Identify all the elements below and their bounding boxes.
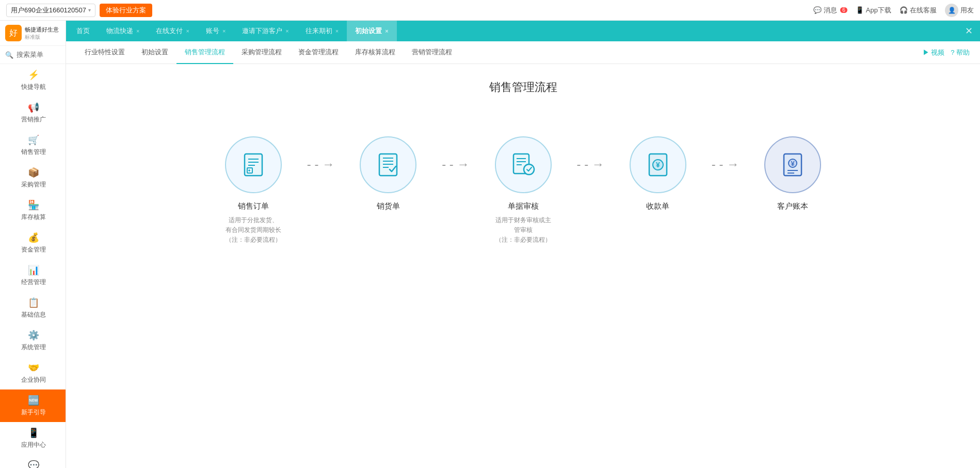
play-icon: ▶ <box>923 49 929 56</box>
sub-tab-init[interactable]: 初始设置 <box>133 41 176 64</box>
search-label: 搜索菜单 <box>17 50 43 59</box>
sidebar-item-basic-info[interactable]: 📋 基础信息 <box>0 292 66 324</box>
main-layout: 好 畅捷通好生意 标准版 🔍 搜索菜单 ⚡ 快捷导航 📢 营销推广 🛒 销售管理… <box>0 21 980 468</box>
nav-tab-invite[interactable]: 邀请下游客户 × <box>234 21 297 41</box>
operation-icon: 📊 <box>28 264 39 276</box>
step-name-receipt: 收款单 <box>646 201 669 211</box>
page-title: 销售管理流程 <box>87 80 959 95</box>
sidebar-item-quick-nav[interactable]: ⚡ 快捷导航 <box>0 64 66 97</box>
search-icon: 🔍 <box>5 51 13 59</box>
sidebar-item-label: 新手引导 <box>21 408 46 417</box>
init-setup-tab-close[interactable]: × <box>385 28 388 34</box>
sidebar: 好 畅捷通好生意 标准版 🔍 搜索菜单 ⚡ 快捷导航 📢 营销推广 🛒 销售管理… <box>0 21 66 468</box>
service-item[interactable]: 🎧 在线客服 <box>899 6 937 15</box>
message-badge: 6 <box>840 7 847 13</box>
sidebar-item-app-center[interactable]: 📱 应用中心 <box>0 422 66 455</box>
finance-icon: 💰 <box>28 232 39 243</box>
finance-flow-tab-label: 资金管理流程 <box>298 48 339 57</box>
sidebar-item-operation[interactable]: 📊 经营管理 <box>0 259 66 292</box>
flow-step-audit: 单据审核 适用于财务审核或主管审核（注：非必要流程） <box>472 136 575 245</box>
step-name-sales-order: 销售订单 <box>238 201 269 211</box>
payment-tab-label: 在线支付 <box>156 26 183 36</box>
ledger-icon: ¥ <box>779 151 807 179</box>
period-tab-label: 往来期初 <box>306 26 332 36</box>
sub-tab-finance-flow[interactable]: 资金管理流程 <box>290 41 347 64</box>
sidebar-item-guide[interactable]: 🆕 新手引导 <box>0 389 66 422</box>
arrow-1: - - → <box>305 157 336 171</box>
sidebar-item-marketing[interactable]: 📢 营销推广 <box>0 97 66 129</box>
sidebar-item-sales[interactable]: 🛒 销售管理 <box>0 129 66 162</box>
app-download-item[interactable]: 📱 App下载 <box>856 6 891 15</box>
arrow-2: - - → <box>440 157 471 171</box>
user-avatar-item[interactable]: 👤 用友 <box>945 4 974 17</box>
nav-tab-home[interactable]: 首页 <box>68 21 98 41</box>
guide-icon: 🆕 <box>28 395 39 406</box>
sidebar-item-inventory[interactable]: 🏪 库存核算 <box>0 194 66 227</box>
sidebar-item-collab[interactable]: 🤝 企业协同 <box>0 357 66 389</box>
arrow-3: - - → <box>575 157 606 171</box>
top-bar-right: 💬 消息 6 📱 App下载 🎧 在线客服 👤 用友 <box>813 4 974 17</box>
sidebar-item-label: 营销推广 <box>21 115 46 124</box>
flow-circle-audit <box>495 136 552 193</box>
logistics-tab-label: 物流快递 <box>106 26 133 36</box>
message-icon: 💬 <box>813 6 822 14</box>
marketing-flow-tab-label: 营销管理流程 <box>412 48 452 57</box>
nav-tabs-bar: 首页 物流快递 × 在线支付 × 账号 × 邀请下游客户 × 往来期初 × <box>66 21 980 41</box>
user-selector[interactable]: 用户690企业1660120507 ▾ <box>6 4 95 17</box>
message-label: 消息 <box>824 6 837 15</box>
sidebar-item-purchase[interactable]: 📦 采购管理 <box>0 162 66 194</box>
avatar: 👤 <box>945 4 958 17</box>
sidebar-item-label: 企业协同 <box>21 376 46 384</box>
purchase-flow-tab-label: 采购管理流程 <box>242 48 282 57</box>
video-link[interactable]: ▶ 视频 <box>923 48 945 57</box>
basic-info-icon: 📋 <box>28 297 39 308</box>
logo-subtitle: 标准版 <box>25 34 59 40</box>
sidebar-item-label: 销售管理 <box>21 148 46 157</box>
step-name-ledger: 客户账本 <box>777 201 808 211</box>
sub-tab-marketing-flow[interactable]: 营销管理流程 <box>404 41 460 64</box>
sub-tab-industry[interactable]: 行业特性设置 <box>76 41 133 64</box>
download-icon: 📱 <box>856 6 864 14</box>
sidebar-item-label: 库存核算 <box>21 213 46 222</box>
sub-tabs-left: 行业特性设置 初始设置 销售管理流程 采购管理流程 资金管理流程 库存核算流程 <box>76 41 460 64</box>
svg-text:¥: ¥ <box>791 160 795 167</box>
nav-tab-logistics[interactable]: 物流快递 × <box>98 21 148 41</box>
wechat-icon: 💬 <box>28 460 39 468</box>
content-area: 首页 物流快递 × 在线支付 × 账号 × 邀请下游客户 × 往来期初 × <box>66 21 980 468</box>
step-desc-audit: 适用于财务审核或主管审核（注：非必要流程） <box>495 215 551 245</box>
sub-tabs-right: ▶ 视频 ? 帮助 <box>923 48 970 57</box>
sidebar-item-finance[interactable]: 💰 资金管理 <box>0 227 66 259</box>
close-all-tabs[interactable]: ✕ <box>960 25 978 37</box>
help-link[interactable]: ? 帮助 <box>951 48 970 57</box>
chevron-down-icon: ▾ <box>88 7 91 13</box>
logistics-tab-close[interactable]: × <box>136 28 139 34</box>
flow-step-ledger: ¥ 客户账本 <box>741 136 844 215</box>
account-tab-close[interactable]: × <box>222 28 226 34</box>
inventory-icon: 🏪 <box>28 199 39 211</box>
payment-tab-close[interactable]: × <box>186 28 189 34</box>
invite-tab-close[interactable]: × <box>285 28 288 34</box>
sidebar-search[interactable]: 🔍 搜索菜单 <box>0 46 66 64</box>
sidebar-item-label: 采购管理 <box>21 180 46 189</box>
nav-tab-payment[interactable]: 在线支付 × <box>148 21 197 41</box>
sidebar-item-wechat[interactable]: 💬 企业微信 <box>0 455 66 468</box>
sidebar-item-label: 快捷导航 <box>21 83 46 91</box>
headset-icon: 🎧 <box>899 6 908 14</box>
nav-tab-account[interactable]: 账号 × <box>198 21 234 41</box>
top-bar-left: 用户690企业1660120507 ▾ 体验行业方案 <box>6 4 152 17</box>
delivery-icon <box>374 151 402 179</box>
flow-step-delivery: 销货单 <box>336 136 440 215</box>
sub-tabs-bar: 行业特性设置 初始设置 销售管理流程 采购管理流程 资金管理流程 库存核算流程 <box>66 41 980 64</box>
quick-nav-icon: ⚡ <box>28 69 39 81</box>
nav-tab-init-setup[interactable]: 初始设置 × <box>347 21 396 41</box>
sub-tab-inventory-flow[interactable]: 库存核算流程 <box>347 41 404 64</box>
message-item[interactable]: 💬 消息 6 <box>813 6 847 15</box>
sidebar-item-system[interactable]: ⚙️ 系统管理 <box>0 324 66 357</box>
sub-tab-sales-flow[interactable]: 销售管理流程 <box>176 41 233 64</box>
sub-tab-purchase-flow[interactable]: 采购管理流程 <box>233 41 290 64</box>
period-tab-close[interactable]: × <box>335 28 339 34</box>
nav-tab-period[interactable]: 往来期初 × <box>297 21 347 41</box>
sidebar-logo: 好 畅捷通好生意 标准版 <box>0 21 66 46</box>
trial-button[interactable]: 体验行业方案 <box>100 4 152 17</box>
sales-icon: 🛒 <box>28 134 39 146</box>
